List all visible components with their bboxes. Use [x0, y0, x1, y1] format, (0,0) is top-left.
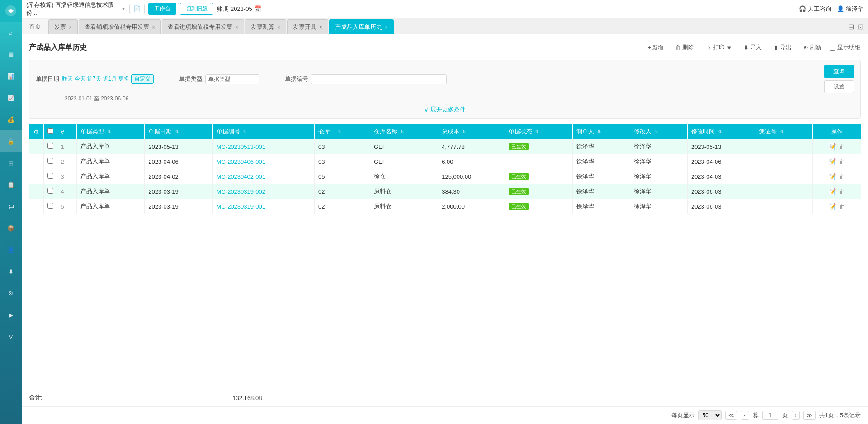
prev-page-button[interactable]: ‹ [741, 411, 749, 420]
sidebar-item-docs[interactable]: ▤ [0, 43, 22, 65]
row-number[interactable]: MC-20230406-001 [212, 154, 314, 169]
col-warehouse-code[interactable]: 仓库... ⇅ [314, 124, 370, 139]
tab-purchase-vat[interactable]: 查看进项增值税专用发票 × [162, 19, 244, 34]
next-page-button[interactable]: › [792, 411, 800, 420]
refresh-button[interactable]: ↻ 刷新 [800, 42, 825, 53]
edit-icon[interactable]: 📝 [828, 203, 836, 210]
sidebar-item-wallet[interactable]: 💰 [0, 109, 22, 130]
row-checkbox[interactable] [47, 158, 53, 164]
sidebar-item-users[interactable]: 👤 [0, 239, 22, 261]
sidebar-item-media[interactable]: ▶ [0, 304, 22, 326]
export-button[interactable]: ⬆ 导出 [770, 42, 795, 53]
help-btn[interactable]: 🎧 人工咨询 [799, 5, 831, 13]
quick-date-more[interactable]: 更多 [118, 75, 129, 83]
show-detail-checkbox[interactable] [830, 45, 835, 51]
tab-invoice-issue[interactable]: 发票开具 × [287, 19, 328, 34]
tab-invoice-calc-close[interactable]: × [277, 24, 280, 30]
company-selector[interactable]: (库存核算) 直播轻绿通信息技术股份... ▼ [26, 1, 126, 17]
tab-invoice-calc[interactable]: 发票测算 × [245, 19, 286, 34]
row-checkbox-cell[interactable] [43, 184, 57, 199]
workbench-button[interactable]: 工作台 [148, 3, 176, 15]
tab-home[interactable]: 首页 [22, 19, 48, 34]
type-select[interactable]: 单据类型 产品入库单 [205, 74, 259, 84]
select-all-checkbox[interactable] [47, 128, 53, 134]
tab-product-history[interactable]: 产成品入库单历史 × [329, 19, 394, 34]
delete-row-icon[interactable]: 🗑 [839, 143, 845, 150]
setting-button[interactable]: 设置 [824, 80, 854, 93]
col-creator[interactable]: 制单人 ⇅ [573, 124, 630, 139]
quick-date-yesterday[interactable]: 昨天 [62, 75, 73, 83]
edit-icon[interactable]: 📝 [828, 143, 836, 150]
maximize-icon[interactable]: ⊡ [857, 22, 864, 32]
sidebar-item-analytics[interactable]: 📈 [0, 87, 22, 109]
row-checkbox[interactable] [47, 203, 53, 209]
quick-date-1month[interactable]: 近1月 [103, 75, 117, 83]
sidebar-item-download[interactable]: ⬇ [0, 261, 22, 282]
sidebar-item-settings[interactable]: ⚙ [0, 282, 22, 304]
col-type[interactable]: 单据类型 ⇅ [77, 124, 145, 139]
delete-row-icon[interactable]: 🗑 [839, 203, 845, 210]
custom-date-tag[interactable]: 自定义 [131, 74, 154, 84]
first-page-button[interactable]: ≪ [725, 411, 737, 420]
user-profile[interactable]: 👤 徐泽华 [837, 5, 863, 13]
calendar-icon[interactable]: 📅 [254, 5, 261, 12]
col-voucher[interactable]: 凭证号 ⇅ [755, 124, 813, 139]
expand-more-btn[interactable]: ∨ 展开更多条件 [36, 105, 854, 114]
sidebar-item-grid[interactable]: ⊞ [0, 152, 22, 174]
tab-sales-vat[interactable]: 查看销项增值税专用发票 × [79, 19, 161, 34]
sidebar-item-inventory[interactable]: 📦 [0, 217, 22, 239]
row-number[interactable]: MC-20230513-001 [212, 139, 314, 154]
row-number[interactable]: MC-20230319-002 [212, 184, 314, 199]
number-input[interactable] [311, 74, 447, 84]
row-checkbox[interactable] [47, 143, 53, 149]
tab-sales-vat-close[interactable]: × [152, 24, 155, 30]
app-logo[interactable] [0, 0, 22, 22]
delete-row-icon[interactable]: 🗑 [839, 188, 845, 195]
new-button[interactable]: + 新增 [644, 42, 667, 53]
print-button[interactable]: 🖨 打印 ▼ [702, 42, 736, 53]
row-checkbox[interactable] [47, 173, 53, 179]
page-input[interactable] [762, 411, 778, 420]
per-page-select[interactable]: 50 100 200 [698, 410, 722, 420]
col-number[interactable]: 单据编号 ⇅ [212, 124, 314, 139]
tab-invoice-close[interactable]: × [69, 24, 72, 30]
col-status[interactable]: 单据状态 ⇅ [505, 124, 572, 139]
quick-date-today[interactable]: 今天 [75, 75, 85, 83]
delete-row-icon[interactable]: 🗑 [839, 173, 845, 180]
quick-date-7days[interactable]: 近7天 [87, 75, 101, 83]
row-checkbox[interactable] [47, 188, 53, 194]
col-warehouse-name[interactable]: 仓库名称 ⇅ [370, 124, 438, 139]
row-checkbox-cell[interactable] [43, 199, 57, 214]
import-button[interactable]: ⬇ 导入 [740, 42, 765, 53]
col-modify-time[interactable]: 修改时间 ⇅ [687, 124, 755, 139]
search-button[interactable]: 查询 [824, 65, 854, 78]
col-settings[interactable]: ⚙ [29, 124, 43, 139]
sidebar-item-version[interactable]: V [0, 326, 22, 348]
doc-btn[interactable]: 📄 [129, 4, 145, 14]
delete-button[interactable]: 🗑 删除 [671, 42, 698, 53]
row-number[interactable]: MC-20230402-001 [212, 169, 314, 184]
minimize-icon[interactable]: ⊟ [847, 22, 855, 32]
col-total-cost[interactable]: 总成本 ⇅ [438, 124, 505, 139]
col-modifier[interactable]: 修改人 ⇅ [630, 124, 687, 139]
sidebar-item-home[interactable]: ⌂ [0, 22, 22, 43]
sidebar-item-lock[interactable]: 🔒 [0, 130, 22, 152]
row-checkbox-cell[interactable] [43, 139, 57, 154]
tab-product-history-close[interactable]: × [385, 24, 388, 30]
row-checkbox-cell[interactable] [43, 169, 57, 184]
switch-old-button[interactable]: 切到旧版 [180, 3, 213, 15]
sidebar-item-orders[interactable]: 📋 [0, 174, 22, 195]
tab-invoice[interactable]: 发票 × [48, 19, 78, 34]
last-page-button[interactable]: ≫ [803, 411, 816, 420]
sidebar-item-tag[interactable]: 🏷 [0, 195, 22, 217]
sidebar-item-chart[interactable]: 📊 [0, 65, 22, 87]
edit-icon[interactable]: 📝 [828, 158, 836, 165]
edit-icon[interactable]: 📝 [828, 188, 836, 195]
delete-row-icon[interactable]: 🗑 [839, 158, 845, 165]
edit-icon[interactable]: 📝 [828, 173, 836, 180]
col-date[interactable]: 单据日期 ⇅ [145, 124, 212, 139]
tab-purchase-vat-close[interactable]: × [235, 24, 238, 30]
col-checkbox[interactable] [43, 124, 57, 139]
row-number[interactable]: MC-20230319-001 [212, 199, 314, 214]
row-checkbox-cell[interactable] [43, 154, 57, 169]
